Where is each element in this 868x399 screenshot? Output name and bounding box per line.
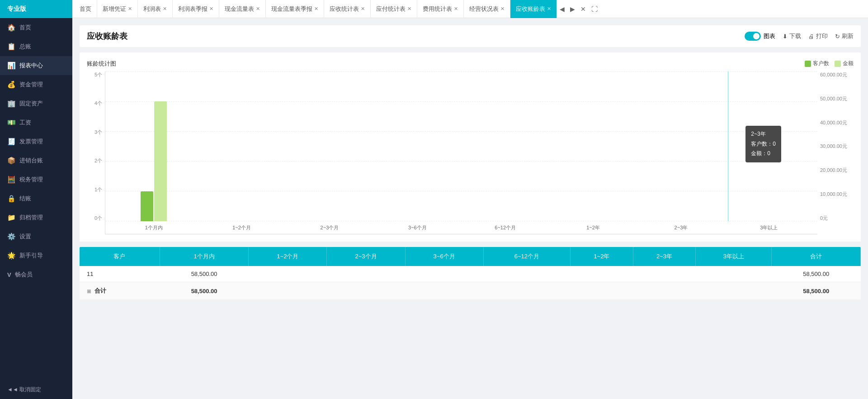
sidebar-item-report[interactable]: 📊 报表中心	[0, 56, 72, 75]
table-row: 11 58,500.00 58,500.00	[80, 266, 861, 282]
sidebar-item-closing[interactable]: 🔒 结账	[0, 189, 72, 208]
main-area: 首页 新增凭证 ✕ 利润表 ✕ 利润表季报 ✕ 现金流量表 ✕ 现金流量表季报 …	[72, 0, 868, 399]
cell-y2-3	[633, 266, 696, 282]
hover-line	[728, 71, 728, 221]
sidebar-item-settings[interactable]: ⚙️ 设置	[0, 227, 72, 246]
asset-icon: 🏢	[7, 100, 16, 108]
total-m3-6	[405, 282, 483, 300]
col-m2-3: 2~3个月	[327, 247, 405, 266]
tab-next-button[interactable]: ▶	[567, 0, 578, 18]
close-icon[interactable]: ✕	[407, 6, 411, 12]
tab-cashflow-quarter[interactable]: 现金流量表季报 ✕	[266, 0, 324, 18]
tab-prev-button[interactable]: ◀	[557, 0, 567, 18]
tab-expense-stat[interactable]: 费用统计表 ✕	[417, 0, 464, 18]
close-icon[interactable]: ✕	[361, 6, 365, 12]
bar-light-m1	[154, 101, 167, 221]
close-icon[interactable]: ✕	[209, 6, 213, 12]
print-icon: 🖨	[808, 33, 814, 40]
chart-toggle[interactable]: 图表	[745, 32, 775, 41]
sidebar-item-tax[interactable]: 🧮 税务管理	[0, 170, 72, 189]
col-m1-2: 1~2个月	[249, 247, 327, 266]
close-icon[interactable]: ✕	[454, 6, 458, 12]
tab-fullscreen-button[interactable]: ⛶	[589, 0, 600, 18]
col-y3plus: 3年以上	[696, 247, 772, 266]
close-icon[interactable]: ✕	[547, 6, 551, 12]
tab-profit[interactable]: 利润表 ✕	[138, 0, 173, 18]
tab-aging[interactable]: 应收账龄表 ✕	[510, 0, 557, 18]
x-labels: 1个月内 1~2个月 2~3个月 3~6个月 6~12个月 1~2年 2~3年 …	[105, 221, 817, 234]
sidebar-item-guide[interactable]: 🌟 新手引导	[0, 246, 72, 265]
bar-group-y2-3	[637, 71, 725, 221]
cell-m6-12	[483, 266, 570, 282]
chart-inner: 1个月内 1~2个月 2~3个月 3~6个月 6~12个月 1~2年 2~3年 …	[105, 71, 817, 234]
capital-icon: 💰	[7, 81, 16, 89]
sidebar-item-home[interactable]: 🏠 首页	[0, 18, 72, 37]
report-icon: 📊	[7, 62, 16, 70]
tab-home[interactable]: 首页	[74, 0, 97, 18]
sidebar-item-purchase[interactable]: 📦 进销台账	[0, 151, 72, 170]
x-label-m6-12: 6~12个月	[462, 224, 549, 231]
settings-icon: ⚙️	[7, 233, 16, 241]
x-label-m1-2: 1~2个月	[198, 224, 285, 231]
toggle-thumb	[753, 33, 760, 39]
col-m1: 1个月内	[160, 247, 249, 266]
sidebar-item-asset[interactable]: 🏢 固定资产	[0, 94, 72, 113]
download-button[interactable]: ⬇ 下载	[783, 32, 801, 40]
chart-title: 账龄统计图	[87, 60, 854, 68]
sidebar-item-capital[interactable]: 💰 资金管理	[0, 75, 72, 94]
tab-receivable-stat[interactable]: 应收统计表 ✕	[324, 0, 371, 18]
guide-icon: 🌟	[7, 252, 16, 260]
bar-group-m2-3	[286, 71, 373, 221]
tab-voucher[interactable]: 新增凭证 ✕	[97, 0, 138, 18]
x-label-m2-3: 2~3个月	[286, 224, 373, 231]
page-content: 应收账龄表 图表 ⬇ 下载 🖨 打印 ↻ 刷新	[72, 18, 868, 399]
tab-close-all-button[interactable]: ✕	[578, 0, 589, 18]
legend-customer: 客户数	[805, 60, 829, 67]
close-icon[interactable]: ✕	[500, 6, 505, 12]
total-y2-3	[633, 282, 696, 300]
salary-icon: 💵	[7, 119, 16, 127]
legend-light-dot	[835, 61, 841, 67]
total-icon: ▣	[87, 289, 91, 294]
cell-total: 58,500.00	[772, 266, 861, 282]
table-header-row: 客户 1个月内 1~2个月 2~3个月 3~6个月 6~12个月 1~2年 2~…	[80, 247, 861, 266]
x-label-m1: 1个月内	[110, 224, 198, 231]
invoice-icon: 🧾	[7, 138, 16, 146]
close-icon[interactable]: ✕	[314, 6, 318, 12]
toggle-track[interactable]	[745, 32, 761, 41]
sidebar-item-archive[interactable]: 📁 归档管理	[0, 208, 72, 227]
sidebar-item-invoice[interactable]: 🧾 发票管理	[0, 132, 72, 151]
archive-icon: 📁	[7, 214, 16, 222]
tab-profit-quarter[interactable]: 利润表季报 ✕	[173, 0, 219, 18]
x-label-y2-3: 2~3年	[637, 224, 725, 231]
chart-area: 5个 4个 3个 2个 1个 0个	[87, 71, 854, 234]
sidebar-item-salary[interactable]: 💵 工资	[0, 113, 72, 132]
sidebar-collapse-button[interactable]: ◄◄ 取消固定	[0, 380, 72, 399]
tab-cashflow[interactable]: 现金流量表 ✕	[219, 0, 266, 18]
close-icon[interactable]: ✕	[128, 6, 132, 12]
tab-payable-stat[interactable]: 应付统计表 ✕	[371, 0, 417, 18]
close-icon[interactable]: ✕	[256, 6, 260, 12]
total-row: ▣ 合计 58,500.00 58,500.00	[80, 282, 861, 300]
total-y3plus	[696, 282, 772, 300]
legend-amount: 金额	[835, 60, 854, 67]
col-m6-12: 6~12个月	[483, 247, 570, 266]
sidebar-item-ledger[interactable]: 📋 总账	[0, 37, 72, 56]
ledger-icon: 📋	[7, 43, 16, 51]
page-title: 应收账龄表	[87, 31, 127, 42]
toggle-label: 图表	[764, 32, 775, 40]
bar-group-m6-12	[462, 71, 549, 221]
cell-customer: 11	[80, 266, 160, 282]
print-button[interactable]: 🖨 打印	[808, 32, 828, 40]
x-label-m3-6: 3~6个月	[373, 224, 461, 231]
close-icon[interactable]: ✕	[163, 6, 167, 12]
data-table: 客户 1个月内 1~2个月 2~3个月 3~6个月 6~12个月 1~2年 2~…	[80, 247, 861, 300]
refresh-button[interactable]: ↻ 刷新	[835, 32, 854, 40]
tab-operation-stat[interactable]: 经营状况表 ✕	[464, 0, 510, 18]
y-axis-left: 5个 4个 3个 2个 1个 0个	[87, 71, 105, 234]
chart-section: 账龄统计图 客户数 金额 5个 4个 3个 2个 1个	[80, 52, 861, 242]
sidebar-item-member[interactable]: V 畅会员	[0, 265, 72, 284]
cell-y3plus	[696, 266, 772, 282]
col-total: 合计	[772, 247, 861, 266]
tax-icon: 🧮	[7, 176, 16, 184]
